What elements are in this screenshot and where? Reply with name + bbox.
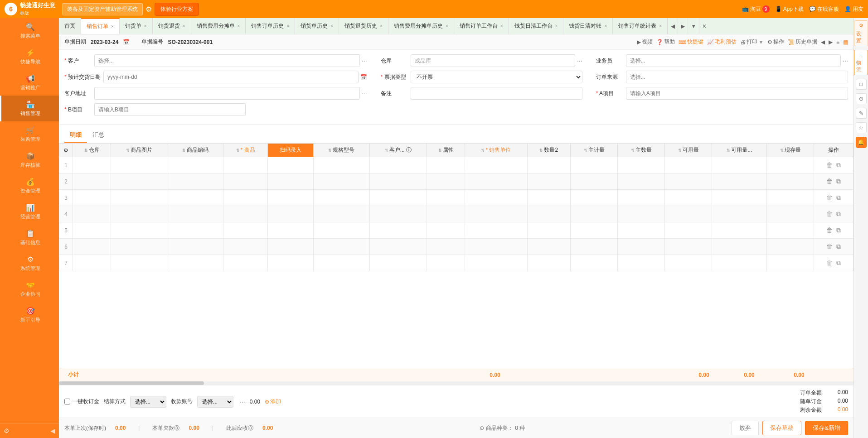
row-image[interactable] xyxy=(111,239,167,255)
row-avail-qty[interactable] xyxy=(665,239,712,255)
row-attr[interactable] xyxy=(427,222,465,239)
account-more-icon[interactable]: ··· xyxy=(240,398,245,405)
copy-row-btn[interactable]: ⧉ xyxy=(835,242,842,251)
copy-row-btn[interactable]: ⧉ xyxy=(835,209,842,219)
th-main-qty[interactable]: ⇅主数量 xyxy=(618,144,665,157)
sidebar-item-guide[interactable]: 🎯 新手引导 xyxy=(0,302,59,328)
row-qty2[interactable] xyxy=(527,255,570,271)
tab-close-sales-return[interactable]: × xyxy=(183,24,185,29)
preview-link[interactable]: ▶ 视频 xyxy=(637,38,653,46)
settings-panel-btn[interactable]: ⚙ 设置 xyxy=(854,20,868,46)
tab-stats[interactable]: 销售订单统计表 × xyxy=(613,18,668,34)
th-warehouse[interactable]: ⇅仓库 xyxy=(73,144,111,157)
sidebar-item-sales[interactable]: 🏪 销售管理 xyxy=(0,96,59,121)
row-qty2[interactable] xyxy=(527,190,570,206)
delivery-calendar-icon[interactable]: 📅 xyxy=(360,74,367,80)
row-avail-qty[interactable] xyxy=(665,190,712,206)
tab-close-all-btn[interactable]: ✕ xyxy=(699,18,709,34)
industry-btn[interactable]: 体验行业方案 xyxy=(155,3,199,16)
row-product[interactable] xyxy=(223,190,268,206)
a-project-input[interactable] xyxy=(626,87,848,100)
payment-method-select[interactable]: 选择... xyxy=(130,396,166,408)
rs-icon-4[interactable]: ☆ xyxy=(856,122,867,133)
row-current-qty[interactable] xyxy=(767,190,814,206)
row-warehouse[interactable] xyxy=(73,190,111,206)
row-action[interactable]: 🗑 ⧉ xyxy=(814,206,853,222)
row-spec[interactable] xyxy=(313,190,369,206)
row-action[interactable]: 🗑 ⧉ xyxy=(814,222,853,239)
warehouse-more-icon[interactable]: ··· xyxy=(577,57,582,64)
th-customer-code[interactable]: ⇅客户... ⓘ xyxy=(369,144,427,157)
row-scan[interactable] xyxy=(267,255,313,271)
tab-close-order-workbench[interactable]: × xyxy=(500,24,503,29)
tab-close-sales-cost[interactable]: × xyxy=(238,24,240,29)
sidebar-item-purchase[interactable]: 🛒 采购管理 xyxy=(0,121,59,147)
settings-bottom-icon[interactable]: ⚙ xyxy=(4,427,10,434)
logistics-panel-btn[interactable]: + 物流 xyxy=(854,50,868,75)
row-scan[interactable] xyxy=(267,206,313,222)
online-support-btn[interactable]: 💬 在线客服 xyxy=(809,5,839,13)
row-attr[interactable] xyxy=(427,173,465,190)
row-action[interactable]: 🗑 ⧉ xyxy=(814,157,853,173)
sidebar-item-search[interactable]: 🔍 搜索菜单 xyxy=(0,18,59,44)
table-container[interactable]: ⚙ ⇅仓库 ⇅商品图片 ⇅商品编码 ⇅* 商品 扫码录入 ⇅规格型号 ⇅客户..… xyxy=(59,143,853,368)
row-image[interactable] xyxy=(111,206,167,222)
tab-close-invoice-history[interactable]: × xyxy=(330,24,333,29)
system-selector[interactable]: 装备及固定资产辅助管理系统 xyxy=(62,3,143,15)
sidebar-item-marketing[interactable]: 📢 营销推广 xyxy=(0,70,59,96)
row-current-qty[interactable] xyxy=(767,173,814,190)
row-image[interactable] xyxy=(111,173,167,190)
row-current-qty[interactable] xyxy=(767,157,814,173)
row-avail-qty2[interactable] xyxy=(712,190,767,206)
row-main-qty[interactable] xyxy=(618,190,665,206)
sidebar-item-finance[interactable]: 💰 资金管理 xyxy=(0,173,59,199)
row-customer-code[interactable] xyxy=(369,222,427,239)
addr-more-icon[interactable]: ··· xyxy=(362,90,367,97)
row-main-unit[interactable] xyxy=(570,157,617,173)
row-warehouse[interactable] xyxy=(73,157,111,173)
th-code[interactable]: ⇅商品编码 xyxy=(167,144,223,157)
row-main-qty[interactable] xyxy=(618,173,665,190)
customer-input[interactable] xyxy=(94,54,360,67)
tab-next-btn[interactable]: ▶ xyxy=(678,18,688,34)
row-product[interactable] xyxy=(223,239,268,255)
row-scan[interactable] xyxy=(267,157,313,173)
sidebar-item-operations[interactable]: 📊 经营管理 xyxy=(0,199,59,225)
copy-row-btn[interactable]: ⧉ xyxy=(835,258,842,268)
copy-row-btn[interactable]: ⧉ xyxy=(835,226,842,235)
row-product[interactable] xyxy=(223,255,268,271)
row-warehouse[interactable] xyxy=(73,173,111,190)
sidebar-item-system[interactable]: ⚙ 系统管理 xyxy=(0,250,59,276)
tab-order-history[interactable]: 销售订单历史 × xyxy=(246,18,295,34)
row-attr[interactable] xyxy=(427,157,465,173)
row-unit[interactable] xyxy=(465,239,527,255)
sidebar-item-basic-info[interactable]: 📋 基础信息 xyxy=(0,225,59,250)
row-warehouse[interactable] xyxy=(73,206,111,222)
tab-sales-invoice[interactable]: 销货单 × xyxy=(120,18,153,34)
row-main-qty[interactable] xyxy=(618,206,665,222)
row-spec[interactable] xyxy=(313,173,369,190)
row-unit[interactable] xyxy=(465,222,527,239)
row-avail-qty2[interactable] xyxy=(712,173,767,190)
one-click-deposit-label[interactable]: 一键收订金 xyxy=(64,398,99,405)
save-new-btn[interactable]: 保存&新增 xyxy=(805,421,848,435)
rs-icon-5[interactable]: 🔔 xyxy=(856,137,867,148)
b-project-input[interactable] xyxy=(94,103,246,116)
nav-next-icon[interactable]: ▶ xyxy=(829,39,833,45)
tab-close-sales-invoice[interactable]: × xyxy=(144,24,147,29)
row-main-unit[interactable] xyxy=(570,222,617,239)
collapse-icon[interactable]: ◀ xyxy=(50,427,55,434)
th-attr[interactable]: ⇅属性 xyxy=(427,144,465,157)
tab-sales-cost[interactable]: 销售费用分摊单 × xyxy=(191,18,246,34)
row-spec[interactable] xyxy=(313,157,369,173)
row-main-qty[interactable] xyxy=(618,157,665,173)
ticket-select[interactable]: 不开票 增值税普通发票 增值税专用发票 xyxy=(411,71,582,83)
row-product[interactable] xyxy=(223,173,268,190)
customer-addr-input[interactable] xyxy=(94,87,360,100)
profit-link[interactable]: 📈 毛利预估 xyxy=(707,38,737,46)
copy-row-btn[interactable]: ⧉ xyxy=(835,177,842,186)
row-code[interactable] xyxy=(167,157,223,173)
th-image[interactable]: ⇅商品图片 xyxy=(111,144,167,157)
tab-close-sales-order[interactable]: × xyxy=(111,24,114,29)
app-download-btn[interactable]: 📱 App下载 xyxy=(775,5,804,13)
